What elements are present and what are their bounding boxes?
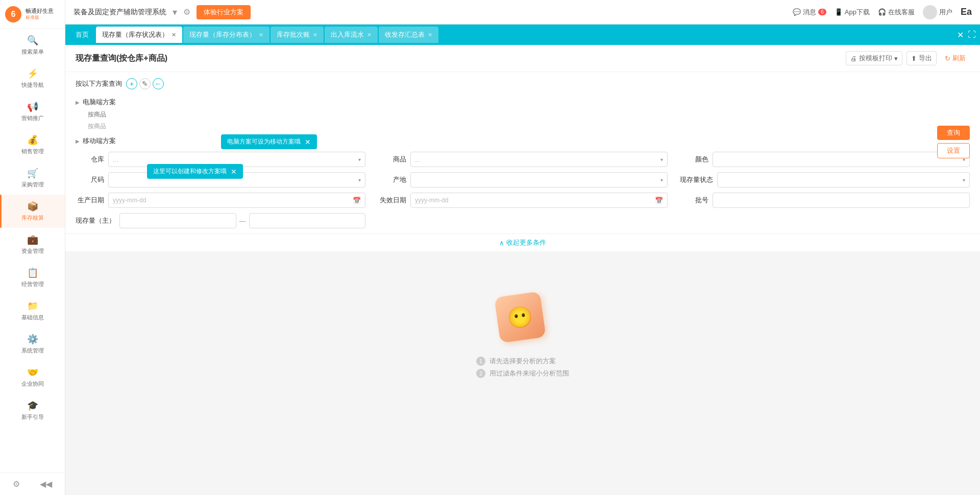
refresh-button[interactable]: ↻ 刷新: [941, 52, 970, 65]
header-left: 装备及固定资产辅助管理系统 ▾ ⚙ 体验行业方案: [74, 5, 251, 19]
tab-inventory-dist[interactable]: 现存量（库存分布表） ✕: [183, 27, 270, 43]
tooltip-scheme-close[interactable]: ✕: [305, 138, 311, 146]
tab-close-all-icon[interactable]: ✕: [957, 30, 964, 40]
user-label: 用户: [939, 8, 952, 17]
system-title: 装备及固定资产辅助管理系统: [74, 8, 166, 17]
calendar-icon2[interactable]: 📅: [655, 197, 663, 204]
pc-sub-item[interactable]: 按商品: [88, 109, 970, 121]
sidebar-item-search-menu[interactable]: 🔍 搜索菜单: [0, 29, 65, 62]
stock-main-from-input[interactable]: [119, 213, 236, 228]
print-dropdown-icon: ▾: [894, 55, 898, 62]
calendar-icon[interactable]: 📅: [353, 197, 361, 204]
filter-origin: 产地 ▾: [378, 172, 668, 187]
user-avatar: [923, 5, 937, 19]
app-download-button[interactable]: 📱 App下载: [835, 8, 870, 17]
produce-date-input[interactable]: yyyy-mm-dd 📅: [108, 193, 365, 208]
scheme-tooltip: 电脑方案可设为移动方案哦 ✕: [221, 134, 317, 149]
filter-action-buttons: 查询 设置: [937, 126, 970, 158]
hint-num-2: 2: [476, 369, 485, 378]
add-scheme-button[interactable]: +: [126, 78, 137, 89]
user-text-ea[interactable]: Ea: [961, 7, 972, 17]
sidebar-item-enterprise-coop[interactable]: 🤝 企业协同: [0, 361, 65, 394]
sidebar-item-quick-nav[interactable]: ⚡ 快捷导航: [0, 62, 65, 95]
empty-illustration: 😶: [494, 291, 546, 343]
tab-fullscreen-icon[interactable]: ⛶: [968, 30, 976, 40]
collapse-button[interactable]: ∧ 收起更多条件: [65, 233, 980, 251]
expire-date-input[interactable]: yyyy-mm-dd 📅: [410, 193, 668, 208]
warehouse-dropdown-icon: ▾: [358, 157, 361, 162]
online-support-button[interactable]: 🎧 在线客服: [878, 8, 915, 17]
filter-batch: 批号: [680, 193, 970, 208]
sidebar-item-finance-mgmt[interactable]: 💼 资金管理: [0, 228, 65, 261]
industry-plan-button[interactable]: 体验行业方案: [197, 5, 251, 19]
tab-inout-flow[interactable]: 出入库流水 ✕: [325, 27, 378, 43]
settings-icon[interactable]: ⚙: [183, 7, 190, 17]
product-placeholder: ...: [415, 156, 421, 163]
tooltip-create-close[interactable]: ✕: [231, 168, 237, 176]
tab-label: 收发存汇总表: [385, 30, 425, 39]
sidebar-item-operation-mgmt[interactable]: 📋 经营管理: [0, 261, 65, 294]
empty-icon: 😶: [497, 294, 548, 345]
sidebar-item-sales-promo[interactable]: 📢 营销推广: [0, 95, 65, 128]
system-dropdown-icon[interactable]: ▾: [173, 7, 177, 18]
sidebar-item-purchase-mgmt[interactable]: 🛒 采购管理: [0, 161, 65, 195]
query-button[interactable]: 查询: [937, 126, 970, 140]
tab-home[interactable]: 首页: [69, 27, 95, 43]
tab-close-icon[interactable]: ✕: [367, 32, 372, 38]
sidebar-item-label: 系统管理: [21, 347, 44, 355]
product-select[interactable]: ... ▾: [410, 152, 668, 167]
edit-scheme-button[interactable]: ✎: [139, 78, 151, 89]
tab-inventory-status[interactable]: 现存量（库存状况表） ✕: [96, 27, 182, 43]
search-menu-icon: 🔍: [27, 35, 38, 46]
tab-close-icon[interactable]: ✕: [428, 32, 432, 38]
collapse-up-icon: ∧: [499, 239, 504, 247]
online-support-label: 在线客服: [888, 8, 915, 17]
expire-date-placeholder: yyyy-mm-dd: [415, 197, 448, 204]
sidebar-item-label: 企业协同: [21, 380, 44, 388]
empty-hints: 1 请先选择要分析的方案 2 用过滤条件来缩小分析范围: [476, 353, 569, 381]
sidebar-item-system-mgmt[interactable]: ⚙️ 系统管理: [0, 327, 65, 361]
collapse-sidebar-icon[interactable]: ◀◀: [40, 479, 52, 489]
tab-batch-account[interactable]: 库存批次账 ✕: [271, 27, 324, 43]
system-mgmt-icon: ⚙️: [27, 334, 38, 345]
sidebar-item-label: 库存核算: [21, 214, 44, 222]
sales-mgmt-icon: 💰: [27, 134, 38, 146]
filter-header-actions: + ✎ ←: [126, 78, 164, 89]
tab-close-icon[interactable]: ✕: [172, 32, 176, 38]
expand-arrow-icon: ▶: [76, 100, 80, 105]
collapse-label: 收起更多条件: [506, 238, 546, 247]
tab-close-icon[interactable]: ✕: [259, 32, 263, 38]
sidebar-item-sales-mgmt[interactable]: 💰 销售管理: [0, 128, 65, 161]
pc-sub-item2[interactable]: 按商品: [88, 121, 970, 132]
product-label: 商品: [378, 155, 406, 164]
filter-stock-status: 现存量状态 ▾: [680, 172, 970, 187]
sidebar-item-basic-info[interactable]: 📁 基础信息: [0, 294, 65, 327]
size-label: 尺码: [76, 175, 104, 184]
top-header: 装备及固定资产辅助管理系统 ▾ ⚙ 体验行业方案 💬 消息 6 📱 App下载 …: [65, 0, 980, 25]
content-area: 现存量查询(按仓库+商品) 🖨 按模板打印 ▾ ⬆ 导出 ↻ 刷新: [65, 45, 980, 495]
pc-scheme-item[interactable]: ▶ 电脑端方案: [76, 96, 970, 109]
back-scheme-button[interactable]: ←: [153, 78, 164, 89]
sidebar-item-beginner-guide[interactable]: 🎓 新手引导: [0, 394, 65, 427]
tab-label: 现存量（库存状况表）: [102, 30, 168, 39]
color-select[interactable]: ▾: [713, 152, 970, 167]
filter-section: 按以下方案查询 + ✎ ← ▶ 电脑端方案 按商品: [65, 72, 980, 251]
stock-status-dropdown-icon: ▾: [963, 177, 965, 183]
stock-main-to-input[interactable]: [249, 213, 366, 228]
stock-status-select[interactable]: ▾: [717, 172, 970, 187]
origin-dropdown-icon: ▾: [660, 177, 663, 183]
print-button[interactable]: 🖨 按模板打印 ▾: [846, 51, 902, 65]
user-button[interactable]: 用户: [923, 5, 952, 19]
sidebar-item-inventory-calc[interactable]: 📦 库存核算: [0, 195, 65, 228]
sidebar: 6 畅通好生意 标准版 🔍 搜索菜单 ⚡ 快捷导航 📢 营销推广 💰 销售管理 …: [0, 0, 65, 495]
origin-select[interactable]: ▾: [410, 172, 668, 187]
batch-input[interactable]: [713, 193, 970, 208]
message-button[interactable]: 💬 消息 6: [793, 8, 826, 17]
filter-expire-date: 失效日期 yyyy-mm-dd 📅: [378, 193, 668, 208]
tab-close-icon[interactable]: ✕: [313, 32, 317, 38]
mobile-scheme-item[interactable]: ▶ 移动端方案: [76, 134, 970, 148]
export-button[interactable]: ⬆ 导出: [906, 51, 937, 65]
tab-recv-send[interactable]: 收发存汇总表 ✕: [379, 27, 438, 43]
set-button[interactable]: 设置: [937, 143, 970, 158]
settings-icon[interactable]: ⚙: [13, 479, 20, 489]
